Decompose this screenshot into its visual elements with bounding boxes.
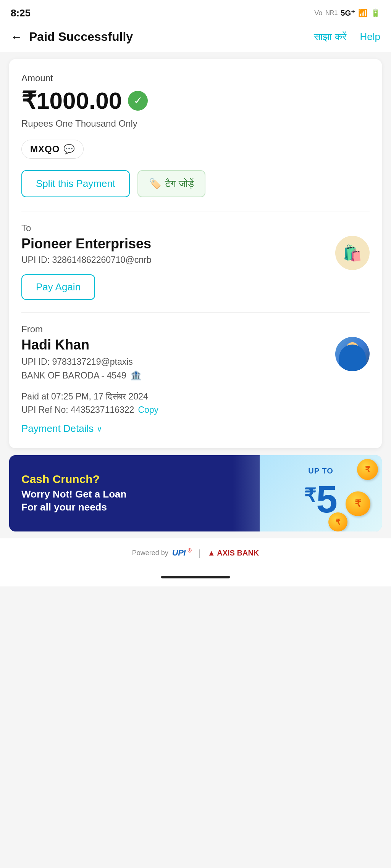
amount-value: ₹1000.00 bbox=[21, 87, 122, 114]
verified-badge-icon: ✓ bbox=[128, 91, 148, 111]
footer-divider: | bbox=[198, 548, 200, 558]
status-icons: Vo NR1 5G⁺ 📶 🔋 bbox=[314, 8, 380, 18]
sender-name: Hadi Khan bbox=[21, 337, 335, 353]
recipient-upi-id: UPI ID: 328614862260710@cnrb bbox=[21, 255, 335, 265]
battery-icon: 🔋 bbox=[371, 8, 380, 18]
paid-at-text: Paid at 07:25 PM, 17 दिसंबर 2024 bbox=[21, 391, 335, 402]
signal-bars-icon: 📶 bbox=[358, 8, 368, 18]
divider-1 bbox=[21, 211, 370, 211]
nr1-label: NR1 bbox=[325, 10, 338, 16]
from-section: Hadi Khan UPI ID: 9783137219@ptaxis BANK… bbox=[21, 337, 370, 435]
share-button[interactable]: साझा करें bbox=[314, 31, 346, 43]
message-icon: 💬 bbox=[63, 144, 75, 155]
axis-bank-logo: ▲ AXIS BANK bbox=[208, 549, 259, 557]
banner-upto-label: UP TO bbox=[308, 467, 333, 475]
coin-icon-bot: ₹ bbox=[328, 512, 347, 531]
banner-amount-value: 5 bbox=[316, 480, 338, 518]
amount-words: Rupees One Thousand Only bbox=[21, 118, 370, 129]
network-icon: Vo bbox=[314, 9, 322, 17]
merchant-avatar: 🛍️ bbox=[335, 236, 370, 270]
banner-subtitle: Worry Not! Get a LoanFor all your needs bbox=[21, 488, 247, 514]
avatar-body bbox=[339, 345, 366, 371]
from-label: From bbox=[21, 324, 370, 335]
header: ← Paid Successfully साझा करें Help bbox=[0, 23, 391, 52]
add-tag-button[interactable]: 🏷️ टैग जोड़ें bbox=[137, 170, 205, 197]
note-text: MXQO bbox=[30, 144, 60, 155]
loan-banner[interactable]: Cash Crunch? Worry Not! Get a LoanFor al… bbox=[9, 455, 382, 531]
main-card: Amount ₹1000.00 ✓ Rupees One Thousand On… bbox=[9, 59, 382, 448]
divider-2 bbox=[21, 312, 370, 312]
sender-avatar bbox=[335, 337, 370, 371]
status-bar: 8:25 Vo NR1 5G⁺ 📶 🔋 bbox=[0, 0, 391, 23]
amount-label: Amount bbox=[21, 73, 370, 84]
to-info: Pioneer Enterprises UPI ID: 328614862260… bbox=[21, 236, 335, 300]
banner-headline: Cash Crunch? bbox=[21, 473, 247, 486]
help-button[interactable]: Help bbox=[360, 31, 380, 43]
from-info: Hadi Khan UPI ID: 9783137219@ptaxis BANK… bbox=[21, 337, 335, 435]
upi-logo: UPI ® bbox=[172, 548, 192, 558]
add-tag-label: टैग जोड़ें bbox=[165, 178, 194, 190]
to-section: Pioneer Enterprises UPI ID: 328614862260… bbox=[21, 236, 370, 300]
sender-upi-id: UPI ID: 9783137219@ptaxis bbox=[21, 357, 335, 367]
bottom-bar bbox=[0, 567, 391, 586]
bank-row: BANK OF BARODA - 4549 🏦 bbox=[21, 370, 335, 381]
merchant-icon: 🛍️ bbox=[343, 244, 362, 262]
banner-right: UP TO ₹ 5 ₹ ₹ ₹ bbox=[260, 455, 382, 531]
to-label: To bbox=[21, 223, 370, 234]
upi-ref-row: UPI Ref No: 4435237116322 Copy bbox=[21, 405, 335, 415]
split-payment-button[interactable]: Split this Payment bbox=[21, 170, 130, 197]
footer: Powered by UPI ® | ▲ AXIS BANK bbox=[0, 538, 391, 567]
banner-currency: ₹ bbox=[304, 485, 316, 507]
payment-details-button[interactable]: Payment Details ∨ bbox=[21, 423, 335, 435]
page-title: Paid Successfully bbox=[29, 30, 307, 44]
home-indicator bbox=[161, 576, 230, 578]
payment-details-label: Payment Details bbox=[21, 423, 94, 435]
coin-icon-mid: ₹ bbox=[346, 491, 370, 516]
bank-logo-icon: 🏦 bbox=[130, 370, 142, 381]
note-tag: MXQO 💬 bbox=[21, 140, 84, 159]
recipient-name: Pioneer Enterprises bbox=[21, 236, 335, 252]
amount-row: ₹1000.00 ✓ bbox=[21, 87, 370, 114]
coin-icon-top: ₹ bbox=[357, 459, 378, 480]
upi-ref-number: UPI Ref No: 4435237116322 bbox=[21, 405, 134, 415]
status-time: 8:25 bbox=[11, 7, 31, 19]
powered-by-label: Powered by bbox=[132, 549, 168, 557]
banner-left: Cash Crunch? Worry Not! Get a LoanFor al… bbox=[9, 455, 260, 531]
chevron-down-icon: ∨ bbox=[97, 424, 102, 433]
pay-again-button[interactable]: Pay Again bbox=[21, 274, 95, 300]
signal-5g-icon: 5G⁺ bbox=[341, 8, 355, 18]
action-buttons: Split this Payment 🏷️ टैग जोड़ें bbox=[21, 170, 370, 197]
tag-icon: 🏷️ bbox=[149, 178, 161, 190]
bank-name: BANK OF BARODA - 4549 bbox=[21, 370, 126, 381]
copy-button[interactable]: Copy bbox=[138, 405, 158, 415]
back-button[interactable]: ← bbox=[11, 31, 22, 43]
